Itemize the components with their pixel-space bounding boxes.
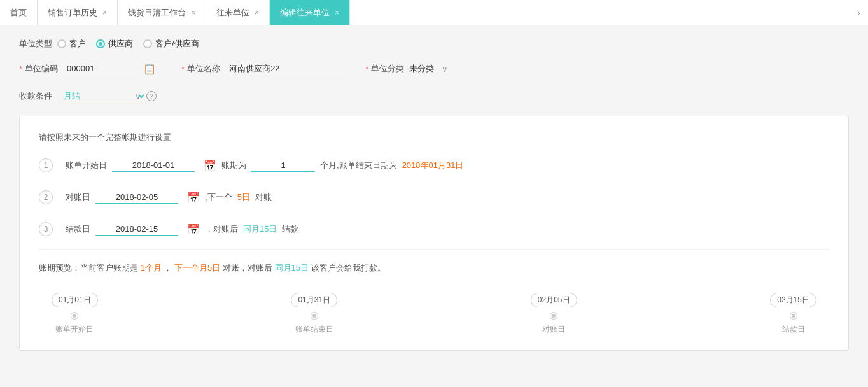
radio-circle-both <box>143 39 152 48</box>
copy-icon[interactable]: 📋 <box>143 63 156 75</box>
timeline-label-1: 账单结束日 <box>295 324 333 335</box>
unit-info-row: * 单位编码 📋 * 单位名称 * 单位分类 未分类 ∨ <box>19 61 849 76</box>
page-content: 单位类型 客户 供应商 客户/供应商 * 单位编码 📋 * 单位名称 <box>0 25 868 387</box>
timeline-tag-0: 01月01日 <box>52 293 98 307</box>
radio-circle-customer <box>57 39 66 48</box>
step-1-period-label: 账期为 <box>221 160 246 171</box>
step-1-label: 账单开始日 <box>66 160 107 171</box>
collect-condition-row: 收款条件 月结 ∨ ? <box>19 88 849 104</box>
help-icon[interactable]: ? <box>146 91 157 101</box>
radio-both-label: 客户/供应商 <box>155 38 199 50</box>
tab-sales-history-label: 销售订单历史 <box>48 7 97 18</box>
timeline-tag-1: 01月31日 <box>291 293 337 307</box>
unit-type-label: 单位类型 <box>19 38 52 50</box>
preview-label: 账期预览：当前客户账期是 <box>39 263 138 272</box>
unit-type-radio-group: 客户 供应商 客户/供应商 <box>57 38 199 50</box>
step-3-date-input[interactable] <box>95 223 178 236</box>
step-3-desc-prefix: ，对账后 <box>205 223 238 235</box>
settings-card: 请按照未来的一个完整帐期进行设置 1 账单开始日 📅 账期为 个月,账单结束日期… <box>19 116 849 351</box>
step-1-period-end: 2018年01月31日 <box>402 160 464 171</box>
step-1-period-unit: 个月,账单结束日期为 <box>320 160 397 171</box>
step-2-desc-suffix: 对账 <box>255 192 272 203</box>
collect-condition-label: 收款条件 <box>19 90 52 102</box>
settings-title: 请按照未来的一个完整帐期进行设置 <box>39 132 829 143</box>
required-star-code: * <box>19 64 22 74</box>
unit-code-input[interactable] <box>63 61 139 76</box>
preview-part3: 同月15日 <box>275 263 309 272</box>
unit-code-group: * 单位编码 📋 <box>19 61 156 76</box>
timeline-dot-2 <box>550 313 557 319</box>
step-2-calendar-icon[interactable]: 📅 <box>187 192 200 204</box>
category-dropdown-icon[interactable]: ∨ <box>442 64 448 74</box>
preview-comma: ， <box>164 263 172 272</box>
preview-part2: 下一个月5日 <box>174 263 220 272</box>
step-1-calendar-icon[interactable]: 📅 <box>204 160 216 172</box>
timeline-dot-1 <box>311 313 318 319</box>
collect-dropdown-icon[interactable]: ∨ <box>135 92 141 101</box>
step-3-label: 结款日 <box>66 223 90 235</box>
close-icon[interactable]: × <box>102 9 107 17</box>
close-icon[interactable]: × <box>335 9 339 17</box>
preview-middle: 对账，对账后 <box>223 263 272 272</box>
tab-edit-partner-label: 编辑往来单位 <box>280 7 330 18</box>
timeline-item-1: 01月31日 账单结束日 <box>291 293 337 335</box>
step-3-content: 结款日 📅 ，对账后 同月15日 结款 <box>66 223 829 236</box>
preview-text: 账期预览：当前客户账期是 1个月 ， 下一个月5日 对账，对账后 同月15日 该… <box>39 262 829 274</box>
tab-cash-work[interactable]: 钱货日清工作台 × <box>118 0 206 25</box>
step-2-content: 对账日 📅 ,下一个 5日 对账 <box>66 191 829 204</box>
timeline-label-3: 结款日 <box>782 324 805 335</box>
unit-type-row: 单位类型 客户 供应商 客户/供应商 <box>19 38 849 50</box>
step-3-desc-highlight: 同月15日 <box>243 223 277 235</box>
step-2-number: 2 <box>39 190 53 204</box>
tab-edit-partner[interactable]: 编辑往来单位 × <box>270 0 350 25</box>
step-2-label: 对账日 <box>66 192 90 203</box>
radio-circle-supplier <box>96 39 105 48</box>
radio-supplier-label: 供应商 <box>108 38 133 50</box>
step-2-desc-highlight: 5日 <box>237 192 250 203</box>
collect-condition-select[interactable]: 月结 <box>57 88 146 104</box>
unit-code-label: 单位编码 <box>25 63 58 74</box>
tab-partner[interactable]: 往来单位 × <box>206 0 270 25</box>
required-star-category: * <box>365 64 368 74</box>
tab-partner-label: 往来单位 <box>216 7 249 18</box>
timeline-label-0: 账单开始日 <box>55 324 94 335</box>
radio-customer[interactable]: 客户 <box>57 38 86 50</box>
unit-name-label: 单位名称 <box>187 63 220 74</box>
step-3-row: 3 结款日 📅 ，对账后 同月15日 结款 <box>39 222 829 236</box>
step-2-date-input[interactable] <box>95 191 178 204</box>
unit-name-input[interactable] <box>225 61 340 76</box>
preview-end: 该客户会给我打款。 <box>311 263 386 272</box>
radio-supplier[interactable]: 供应商 <box>96 38 133 50</box>
step-3-calendar-icon[interactable]: 📅 <box>187 223 200 236</box>
tab-cash-work-label: 钱货日清工作台 <box>128 7 186 18</box>
timeline-item-3: 02月15日 结款日 <box>770 293 816 335</box>
unit-name-group: * 单位名称 <box>181 61 340 76</box>
close-icon[interactable]: × <box>191 9 195 17</box>
tab-home-label: 首页 <box>10 7 27 18</box>
tab-arrow[interactable]: › <box>850 8 868 18</box>
step-2-row: 2 对账日 📅 ,下一个 5日 对账 <box>39 190 829 204</box>
timeline-tag-3: 02月15日 <box>770 293 816 307</box>
timeline-item-0: 01月01日 账单开始日 <box>52 293 98 335</box>
step-1-content: 账单开始日 📅 账期为 个月,账单结束日期为 2018年01月31日 <box>66 159 829 172</box>
step-1-period-input[interactable] <box>251 159 315 172</box>
tab-home[interactable]: 首页 <box>0 0 38 25</box>
tabs-bar: 首页 销售订单历史 × 钱货日清工作台 × 往来单位 × 编辑往来单位 × › <box>0 0 868 25</box>
preview-part1: 1个月 <box>141 263 162 272</box>
preview-section: 账期预览：当前客户账期是 1个月 ， 下一个月5日 对账，对账后 同月15日 该… <box>39 249 829 335</box>
close-icon[interactable]: × <box>255 9 259 17</box>
unit-category-value: 未分类 <box>409 63 434 74</box>
timeline-dot-0 <box>71 313 78 319</box>
step-3-number: 3 <box>39 222 53 236</box>
radio-customer-label: 客户 <box>69 38 86 50</box>
step-3-desc-suffix: 结款 <box>282 223 298 235</box>
step-1-row: 1 账单开始日 📅 账期为 个月,账单结束日期为 2018年01月31日 <box>39 158 829 172</box>
timeline: 01月01日 账单开始日 01月31日 账单结束日 <box>39 293 829 335</box>
tab-sales-history[interactable]: 销售订单历史 × <box>38 0 118 25</box>
radio-both[interactable]: 客户/供应商 <box>143 38 199 50</box>
step-1-number: 1 <box>39 158 53 172</box>
required-star-name: * <box>181 64 185 74</box>
step-1-date-input[interactable] <box>112 159 195 172</box>
unit-category-label: 单位分类 <box>371 63 404 74</box>
timeline-label-2: 对账日 <box>542 324 565 335</box>
